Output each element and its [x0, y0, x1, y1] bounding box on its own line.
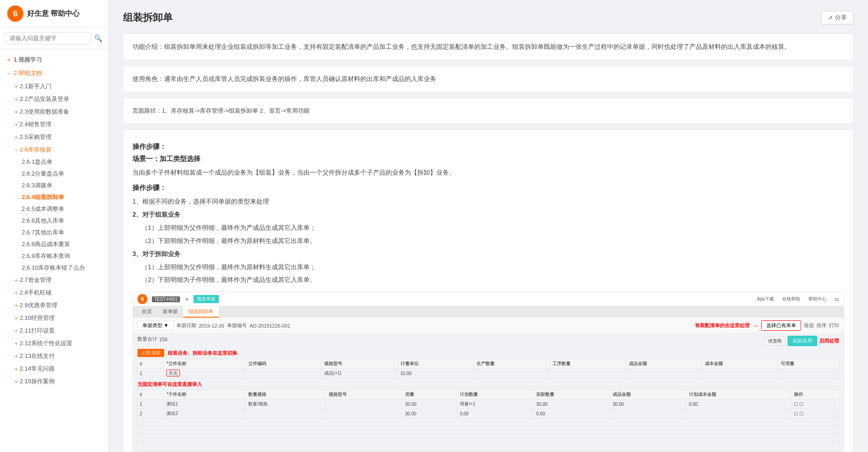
- sidebar-item-sales[interactable]: + 2.4销售管理: [14, 118, 108, 131]
- table-row: 1 关光 成品(+1) 10.00: [137, 369, 840, 378]
- section-label: 上部:组装: [137, 349, 164, 357]
- mock-date-label: 单据日期: [176, 322, 196, 329]
- sub-row1-serial: 1: [137, 400, 164, 409]
- sidebar-item-otherin[interactable]: 2.6.6其他入库单: [22, 215, 108, 227]
- mock-btn-process[interactable]: 选择已有库单: [761, 320, 801, 331]
- sidebar-item-ops[interactable]: + 2.10经营管理: [14, 312, 108, 324]
- sidebar-item-error[interactable]: 2.6.10库存账本错了么办: [22, 262, 108, 274]
- mock-date-value: 2019-12-26: [199, 323, 224, 328]
- steps-title: 操作步骤：: [132, 184, 844, 192]
- sidebar-item-costcalc[interactable]: 2.6.8商品成本重算: [22, 238, 108, 250]
- sidebar-item-cash[interactable]: + 2.7资金管理: [14, 274, 108, 286]
- sidebar-item-stocktake[interactable]: 2.6.1盘点单: [22, 156, 108, 168]
- sidebar-item-faq[interactable]: + 2.14常见问题: [14, 362, 108, 375]
- col-spec: 规格型号: [321, 359, 397, 369]
- sidebar-title: 好生意 帮助中心: [27, 9, 80, 19]
- sub-row2-serial: 2: [137, 409, 164, 419]
- mock-filter-label: 筛选: [804, 322, 814, 329]
- sidebar-item-ops-label: 2.10经营管理: [20, 314, 55, 322]
- sub-col-actual-qty: 实际数量: [533, 390, 610, 400]
- sub-row1-spec2: 数量/规格: [245, 400, 326, 409]
- plus-icon: +: [7, 56, 11, 63]
- sidebar-item-mobile[interactable]: + 2.8手机旺铺: [14, 286, 108, 299]
- sidebar-item-purchase[interactable]: + 2.5采购管理: [14, 131, 108, 143]
- sidebar-item-assembly-label: 2.6.4组装拆卸单: [22, 194, 64, 200]
- arrow1: →: [752, 322, 759, 329]
- sidebar-item-partition[interactable]: 2.6.2分量盘点单: [22, 168, 108, 180]
- mock-tab-assembly[interactable]: 组装拆卸单: [183, 306, 219, 318]
- logo-icon: 6: [7, 5, 24, 22]
- sidebar-item-cash-label: 2.7资金管理: [20, 276, 52, 284]
- sidebar-item-install[interactable]: + 2.2产品安装及登录: [14, 93, 108, 105]
- sidebar-item-ledger[interactable]: 2.6.9库存账本查询: [22, 250, 108, 262]
- step2-2: （2）下部明细为子件明细，最终作为原材料生成其它出库单。: [142, 235, 844, 247]
- mock-topbar: 6 TEST-H002 ▼ 预览单据 App下载 在线帮助 帮助中心 cc: [133, 292, 844, 306]
- search-input[interactable]: [5, 32, 91, 44]
- sidebar-item-transfer[interactable]: 2.6.3调拨单: [22, 180, 108, 191]
- scene1-title: 场景一：加工类型选择: [132, 155, 844, 163]
- sidebar-inventory-children: 2.6.1盘点单 2.6.2分量盘点单 2.6.3调拨单 2.6.4组装拆卸单 …: [14, 156, 108, 274]
- sidebar-item-onlinepay[interactable]: + 2.13在线支付: [14, 350, 108, 362]
- step2: 2、对于组装业务: [132, 209, 844, 220]
- sidebar-item-docs-label: 2.帮助文档: [14, 69, 42, 77]
- sidebar-item-video[interactable]: + 1.视频学习: [0, 53, 108, 67]
- sub-col-spec2: 数量规格: [245, 390, 326, 400]
- sidebar-item-cases[interactable]: + 2.15操作案例: [14, 375, 108, 388]
- sidebar-item-print[interactable]: + 2.11打印设置: [14, 324, 108, 337]
- sidebar-item-costadjust[interactable]: 2.6.5成本调整单: [22, 203, 108, 215]
- sidebar-item-sysconfig[interactable]: + 2.12系统个性化设置: [14, 337, 108, 350]
- row-parent-name: 关光: [163, 369, 245, 378]
- mock-action-bar: 单据类型 ▼ 单据日期 2019-12-26 单据编号 AD-20191226-…: [133, 318, 844, 334]
- sidebar-item-error-label: 2.6.10库存账本错了么办: [22, 264, 85, 271]
- step3-2: （2）下部明细为子件明细，最终作为产成品生成其它入库单。: [142, 274, 844, 285]
- role-card: 使用角色：通常由生产人员或库管人员完成拆装业务的操作，库管人员确认原材料的出库和…: [123, 66, 854, 92]
- sidebar-item-inventory[interactable]: − 2.6库存核算: [14, 143, 108, 156]
- sub-row1-name: 测试1: [164, 400, 245, 409]
- sidebar-item-assembly[interactable]: 2.6.4组装拆卸单: [22, 191, 108, 203]
- mock-enable-btn[interactable]: 实际应用: [788, 336, 817, 346]
- col-cost-amt: 成本金额: [702, 359, 778, 369]
- page-header: 组装拆卸单 ↗ 分享: [123, 11, 854, 24]
- sidebar-item-coupon[interactable]: + 2.9优惠券管理: [14, 299, 108, 312]
- sub-col-op: 操作: [791, 390, 840, 400]
- annotation1-text: 有装配清单的在这里处理: [695, 322, 750, 329]
- intro-text: 功能介绍：组装拆卸单用来处理企业组装或拆卸等加工业务，支持有固定装配清单的产品加…: [132, 43, 791, 50]
- sub-table-wrapper: # *子件名称 数量规格 规格型号 用量 计划数量 实际数量 成品金额 计划成本…: [133, 390, 844, 452]
- sidebar-item-otherin-label: 2.6.6其他入库单: [22, 217, 64, 224]
- mock-topbar-btn1: 预览单据: [193, 295, 219, 303]
- mock-topbar-logo: 6: [137, 294, 147, 304]
- search-button[interactable]: 🔍: [94, 34, 103, 43]
- col-proc-qty: 工序数量: [550, 359, 626, 369]
- sidebar-item-docs[interactable]: − 2.帮助文档: [0, 67, 108, 80]
- operations-title: 操作步骤：: [132, 143, 844, 151]
- sidebar-item-ledger-label: 2.6.9库存账本查询: [22, 252, 70, 259]
- sidebar-item-video-label: 1.视频学习: [14, 56, 42, 64]
- annotation2-text: 组装业务、拆卸业务在这里切换: [168, 350, 237, 357]
- sidebar-item-data[interactable]: + 2.3使用前数据准备: [14, 105, 108, 118]
- scene1-desc: 当由多个子件材料组装成一个成品的业务为【组装】业务，当由一个父件拆分成多个子产品…: [132, 167, 844, 178]
- sidebar-item-transfer-label: 2.6.3调拨单: [22, 182, 52, 189]
- sub-row2-spec2: [245, 409, 326, 419]
- sidebar-item-newbie[interactable]: + 2.1新手入门: [14, 80, 108, 93]
- sub-col-name: *子件名称: [164, 390, 245, 400]
- share-button[interactable]: ↗ 分享: [821, 11, 854, 24]
- col-unit: 计量单位: [397, 359, 473, 369]
- sidebar-item-data-label: 2.3使用前数据准备: [20, 108, 69, 116]
- mock-tab-home[interactable]: 自贡: [137, 306, 157, 318]
- sidebar-item-purchase-label: 2.5采购管理: [20, 133, 52, 141]
- nav-list: + 1.视频学习 − 2.帮助文档 + 2.1新手入门 + 2.2产品安装及登录…: [0, 49, 108, 452]
- mock-btn-type[interactable]: 单据类型 ▼: [137, 320, 174, 331]
- sidebar-header: 6 好生意 帮助中心: [0, 0, 108, 28]
- minus-icon: −: [7, 70, 11, 77]
- sidebar-item-coupon-label: 2.9优惠券管理: [20, 301, 57, 309]
- sub-row1-usage: 30.00: [402, 400, 457, 409]
- sidebar-item-mobile-label: 2.8手机旺铺: [20, 289, 52, 297]
- sidebar-item-onlinepay-label: 2.13在线支付: [20, 352, 55, 360]
- sidebar-item-otherout[interactable]: 2.6.7其他出库单: [22, 227, 108, 238]
- sub-row1-actual-qty: 30.00: [533, 400, 610, 409]
- sidebar-item-sysconfig-label: 2.12系统个性化设置: [20, 339, 72, 347]
- sub-table-row-empty: [137, 443, 840, 451]
- annotation3-text: 启用处理: [819, 338, 839, 344]
- mock-tab-new[interactable]: 新单据: [157, 306, 183, 318]
- page-title: 组装拆卸单: [123, 11, 173, 24]
